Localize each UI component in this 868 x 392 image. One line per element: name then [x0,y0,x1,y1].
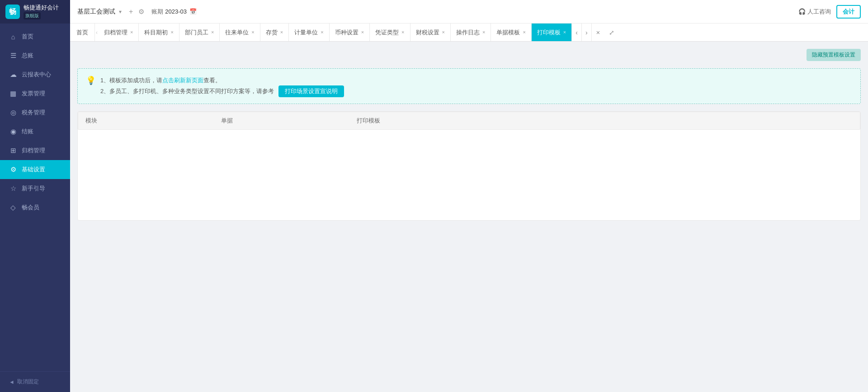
sidebar-item-tax[interactable]: ◎ 税务管理 [0,103,70,122]
settlement-icon: ◉ [9,128,17,136]
sidebar-item-settlement[interactable]: ◉ 结账 [0,122,70,141]
sidebar-item-home[interactable]: ⌂ 首页 [0,27,70,46]
topbar-right: 🎧 人工咨询 会计 [798,5,861,19]
sidebar-item-archive-label: 归档管理 [22,146,45,155]
tab-currency[interactable]: 币种设置 × [330,24,370,42]
tab-oplog[interactable]: 操作日志 × [451,24,491,42]
notice-content: 1、模板添加成功后，请点击刷新新页面查看。 2、多员工、多打印机、多种业务类型设… [100,75,344,97]
tab-voucher-label: 凭证类型 [375,28,399,37]
notice-line1: 1、模板添加成功后，请点击刷新新页面查看。 [100,75,344,85]
tab-tax-settings-label: 财税设置 [416,28,439,37]
period-calendar-icon[interactable]: 📅 [189,8,197,15]
hide-template-button[interactable]: 隐藏预置模板设置 [807,49,861,61]
tab-print-tpl-label: 打印模板 [537,28,561,37]
notice-line1-prefix: 1、模板添加成功后，请 [100,77,162,84]
tab-expand-button[interactable]: ⤢ [604,24,619,42]
sidebar-nav: ⌂ 首页 ☰ 总账 ☁ 云报表中心 ▦ 发票管理 ◎ 税务管理 ◉ 结账 ⊞ 归… [0,24,70,371]
tab-print-tpl[interactable]: 打印模板 × [532,24,572,42]
tab-close-all-button[interactable]: × [592,24,605,42]
tab-home[interactable]: 首页 [70,24,95,42]
sidebar-logo-text-group: 畅捷通好会计 旗舰版 [24,4,59,20]
period-label: 账期 [151,8,163,16]
sidebar-item-guide[interactable]: ☆ 新手引导 [0,179,70,198]
sidebar-item-settings-label: 基础设置 [22,165,45,174]
tab-inventory-close[interactable]: × [280,30,283,35]
sidebar: 畅 畅捷通好会计 旗舰版 ⌂ 首页 ☰ 总账 ☁ 云报表中心 ▦ 发票管理 ◎ … [0,0,70,392]
headset-icon: 🎧 [798,8,806,15]
notice-box: 💡 1、模板添加成功后，请点击刷新新页面查看。 2、多员工、多打印机、多种业务类… [77,68,861,104]
tab-prev-button[interactable]: ‹ [572,24,582,42]
tab-departments[interactable]: 部门员工 × [179,24,220,42]
table-header-row: 模块 单据 打印模板 [78,112,860,130]
tab-oplog-close[interactable]: × [482,30,485,35]
app-name: 畅捷通好会计 [24,4,59,12]
app-logo-icon: 畅 [5,5,20,19]
sidebar-item-settings[interactable]: ⚙ 基础设置 [0,160,70,179]
sidebar-item-member[interactable]: ◇ 畅会员 [0,198,70,217]
tab-next-button[interactable]: › [582,24,592,42]
sidebar-item-guide-label: 新手引导 [22,184,45,193]
sidebar-item-invoice[interactable]: ▦ 发票管理 [0,84,70,103]
tab-voucher-close[interactable]: × [401,30,404,35]
table-body-empty [78,130,860,220]
col-header-template: 打印模板 [357,117,853,125]
tab-partners-close[interactable]: × [251,30,254,35]
sidebar-item-ledger-label: 总账 [22,52,33,60]
tab-subjects-close[interactable]: × [170,30,173,35]
unpin-icon: ◄ [9,379,14,385]
print-template-table: 模块 单据 打印模板 [77,111,861,221]
tab-partners[interactable]: 往来单位 × [220,24,260,42]
tabbar: 首页 ‹ 归档管理 × 科目期初 × 部门员工 × 往来单位 × 存货 × 计量… [70,24,868,42]
tab-tax-settings-close[interactable]: × [442,30,445,35]
sidebar-item-settlement-label: 结账 [22,128,33,136]
sidebar-unpin-button[interactable]: ◄ 取消固定 [0,371,70,392]
sidebar-item-ledger[interactable]: ☰ 总账 [0,46,70,65]
tab-currency-label: 币种设置 [335,28,359,37]
add-tab-button[interactable]: + [129,8,133,16]
archive-icon: ⊞ [9,146,17,155]
content-area: 隐藏预置模板设置 💡 1、模板添加成功后，请点击刷新新页面查看。 2、多员工、多… [70,42,868,392]
tab-partners-label: 往来单位 [225,28,249,37]
tab-units-close[interactable]: × [321,30,323,35]
tab-departments-label: 部门员工 [185,28,208,37]
print-scene-button[interactable]: 打印场景设置宣说明 [278,85,344,97]
tab-inventory-label: 存货 [266,28,278,37]
kuaiji-button[interactable]: 会计 [836,5,861,19]
tab-archive-label: 归档管理 [104,28,127,37]
period-display: 账期 2023-03 📅 [151,8,197,16]
guide-icon: ☆ [9,184,17,193]
sidebar-logo: 畅 畅捷通好会计 旗舰版 [0,0,70,24]
tab-archive[interactable]: 归档管理 × [99,24,139,42]
tab-oplog-label: 操作日志 [456,28,480,37]
col-header-doc: 单据 [221,117,357,125]
tab-subjects[interactable]: 科目期初 × [139,24,179,42]
tab-archive-close[interactable]: × [130,30,133,35]
company-dropdown-arrow[interactable]: ▾ [119,9,122,15]
tab-tax-settings[interactable]: 财税设置 × [410,24,451,42]
tab-units[interactable]: 计量单位 × [289,24,329,42]
notice-line1-suffix: 查看。 [203,77,221,84]
notice-bulb-icon: 💡 [86,76,96,85]
service-button[interactable]: 🎧 人工咨询 [798,8,831,16]
ledger-icon: ☰ [9,52,17,60]
sidebar-item-archive[interactable]: ⊞ 归档管理 [0,141,70,160]
notice-line2-prefix: 2、多员工、多打印机、多种业务类型设置不同打印方案等，请参考 [100,88,274,94]
tab-receipt-tpl-close[interactable]: × [523,30,525,35]
tab-print-tpl-close[interactable]: × [563,30,566,35]
topbar: 基层工会测试 ▾ + ⚙ 账期 2023-03 📅 🎧 人工咨询 会计 [70,0,868,24]
topbar-settings-button[interactable]: ⚙ [138,8,144,16]
sidebar-item-home-label: 首页 [22,33,33,41]
settings-icon: ⚙ [9,165,17,174]
tab-currency-close[interactable]: × [361,30,364,35]
col-header-module: 模块 [85,117,221,125]
notice-refresh-link[interactable]: 点击刷新新页面 [162,77,203,84]
tab-home-label: 首页 [76,28,88,37]
sidebar-item-invoice-label: 发票管理 [22,90,45,98]
sidebar-item-reports[interactable]: ☁ 云报表中心 [0,65,70,84]
tab-voucher[interactable]: 凭证类型 × [370,24,410,42]
tab-receipt-tpl[interactable]: 单据模板 × [491,24,531,42]
tab-inventory[interactable]: 存货 × [260,24,289,42]
tab-departments-close[interactable]: × [211,30,214,35]
sidebar-item-reports-label: 云报表中心 [22,71,51,79]
notice-line2: 2、多员工、多打印机、多种业务类型设置不同打印方案等，请参考 打印场景设置宣说明 [100,85,344,97]
